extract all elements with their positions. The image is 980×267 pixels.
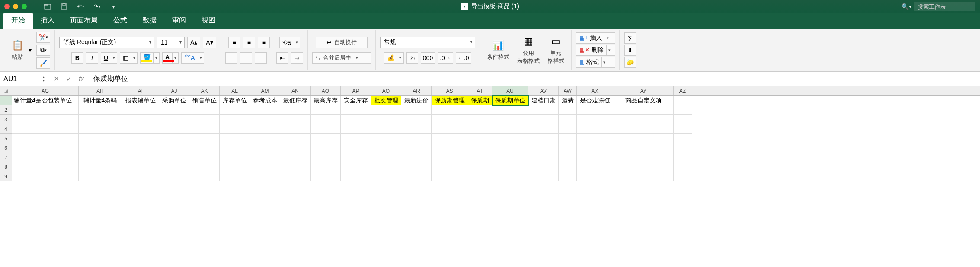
cell-AQ3[interactable]	[371, 115, 401, 124]
undo-icon[interactable]: ↶ ▾	[75, 1, 86, 12]
column-header-AT[interactable]: AT	[468, 86, 492, 95]
cell-AN4[interactable]	[280, 124, 311, 134]
redo-icon[interactable]: ↷ ▾	[92, 1, 102, 12]
format-as-table-button[interactable]: ▦ 套用 表格格式	[515, 35, 542, 66]
cell-AY5[interactable]	[613, 134, 674, 143]
cell-AT6[interactable]	[468, 143, 492, 153]
cell-AY4[interactable]	[613, 124, 674, 134]
cell-AV4[interactable]	[528, 124, 559, 134]
cell-AG9[interactable]	[12, 172, 79, 181]
cell-AN8[interactable]	[280, 162, 311, 172]
column-header-AO[interactable]: AO	[311, 86, 341, 95]
cell-AM6[interactable]	[250, 143, 280, 153]
percent-button[interactable]: %	[406, 52, 418, 64]
number-format-select[interactable]: 常规	[380, 37, 475, 48]
cell-AW7[interactable]	[559, 153, 577, 162]
cell-AY3[interactable]	[613, 115, 674, 124]
cell-AH5[interactable]	[79, 134, 122, 143]
cell-AP3[interactable]	[341, 115, 371, 124]
cell-AI9[interactable]	[122, 172, 159, 181]
fill-button[interactable]: ⬇	[624, 44, 636, 56]
cell-AP5[interactable]	[341, 134, 371, 143]
underline-button[interactable]: U	[101, 52, 117, 64]
cell-AR1[interactable]: 最新进价	[401, 96, 432, 105]
paste-dropdown[interactable]: ▾	[29, 47, 34, 54]
cell-AK3[interactable]	[189, 115, 220, 124]
cancel-icon[interactable]: ✕	[54, 75, 59, 83]
cell-AW2[interactable]	[559, 105, 577, 115]
cell-AH7[interactable]	[79, 153, 122, 162]
cell-AP4[interactable]	[341, 124, 371, 134]
cell-AX1[interactable]: 是否走冻链	[577, 96, 613, 105]
increase-decimal-button[interactable]: .0→	[438, 52, 453, 64]
cell-AP2[interactable]	[341, 105, 371, 115]
cell-AW4[interactable]	[559, 124, 577, 134]
decrease-decimal-button[interactable]: ←.0	[456, 52, 471, 64]
cell-AG5[interactable]	[12, 134, 79, 143]
cell-AP1[interactable]: 安全库存	[341, 96, 371, 105]
align-right-button[interactable]: ≡	[255, 52, 267, 64]
tab-home[interactable]: 开始	[3, 13, 33, 29]
cell-AS6[interactable]	[432, 143, 468, 153]
cell-AT5[interactable]	[468, 134, 492, 143]
column-header-AW[interactable]: AW	[559, 86, 577, 95]
font-name-select[interactable]: 等线 Regular (正文)	[59, 37, 154, 48]
cell-AI6[interactable]	[122, 143, 159, 153]
cell-AQ7[interactable]	[371, 153, 401, 162]
cell-AL8[interactable]	[220, 162, 250, 172]
cell-AS5[interactable]	[432, 134, 468, 143]
orientation-button[interactable]: ⟲a	[279, 37, 300, 48]
cell-AG3[interactable]	[12, 115, 79, 124]
cell-AG6[interactable]	[12, 143, 79, 153]
format-painter-button[interactable]: 🖌️	[36, 57, 50, 69]
cell-AP6[interactable]	[341, 143, 371, 153]
open-icon[interactable]	[42, 1, 53, 12]
cell-AR8[interactable]	[401, 162, 432, 172]
tab-formulas[interactable]: 公式	[106, 13, 135, 29]
cell-AQ2[interactable]	[371, 105, 401, 115]
row-header-6[interactable]: 6	[0, 143, 12, 153]
column-header-AM[interactable]: AM	[250, 86, 280, 95]
search-sheet-input[interactable]	[914, 2, 975, 11]
cell-AM5[interactable]	[250, 134, 280, 143]
maximize-window-button[interactable]	[22, 4, 27, 9]
cell-AK1[interactable]: 销售单位	[189, 96, 220, 105]
cell-AN9[interactable]	[280, 172, 311, 181]
cell-AJ5[interactable]	[159, 134, 189, 143]
column-header-AR[interactable]: AR	[401, 86, 432, 95]
cell-AL1[interactable]: 库存单位	[220, 96, 250, 105]
font-color-button[interactable]: A	[162, 52, 179, 64]
cell-AO3[interactable]	[311, 115, 341, 124]
cell-AV3[interactable]	[528, 115, 559, 124]
cell-AK8[interactable]	[189, 162, 220, 172]
cell-AU4[interactable]	[492, 124, 528, 134]
column-header-AX[interactable]: AX	[577, 86, 613, 95]
italic-button[interactable]: I	[86, 52, 98, 64]
cell-AW1[interactable]: 运费	[559, 96, 577, 105]
row-header-2[interactable]: 2	[0, 105, 12, 115]
cell-AW6[interactable]	[559, 143, 577, 153]
cell-AJ7[interactable]	[159, 153, 189, 162]
cell-AQ6[interactable]	[371, 143, 401, 153]
cell-AL6[interactable]	[220, 143, 250, 153]
tab-data[interactable]: 数据	[135, 13, 164, 29]
cell-AL9[interactable]	[220, 172, 250, 181]
cell-AJ4[interactable]	[159, 124, 189, 134]
row-header-7[interactable]: 7	[0, 153, 12, 162]
cell-AH3[interactable]	[79, 115, 122, 124]
tab-page-layout[interactable]: 页面布局	[62, 13, 106, 29]
cell-AK2[interactable]	[189, 105, 220, 115]
cell-AO9[interactable]	[311, 172, 341, 181]
cell-AJ9[interactable]	[159, 172, 189, 181]
increase-font-button[interactable]: A▴	[187, 37, 200, 48]
cell-AQ8[interactable]	[371, 162, 401, 172]
column-header-AU[interactable]: AU	[492, 86, 528, 95]
cell-AG1[interactable]: 辅计量4是否包装单位	[12, 96, 79, 105]
cell-AZ6[interactable]	[674, 143, 692, 153]
copy-button[interactable]: ⧉▾	[36, 44, 50, 56]
cell-AY9[interactable]	[613, 172, 674, 181]
cell-AS2[interactable]	[432, 105, 468, 115]
cell-AU8[interactable]	[492, 162, 528, 172]
align-bottom-button[interactable]: ≡	[258, 37, 270, 48]
cell-AY1[interactable]: 商品自定义项	[613, 96, 674, 105]
